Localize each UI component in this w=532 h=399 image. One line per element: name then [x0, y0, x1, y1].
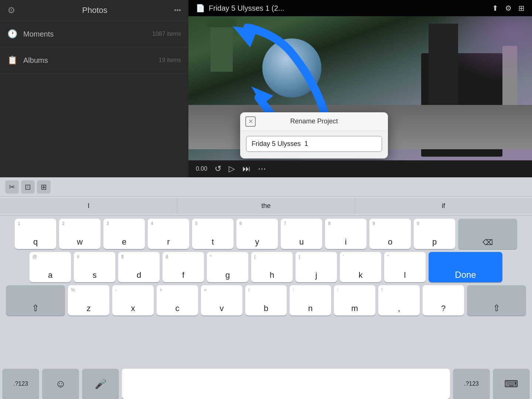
- rename-input-field[interactable]: [246, 136, 382, 152]
- key-x[interactable]: -x: [112, 285, 154, 316]
- key-e[interactable]: 3e: [103, 219, 145, 249]
- sidebar: ⚙ Photos ••• 🕐 Moments 1087 items 📋 Albu…: [0, 0, 188, 177]
- key-n[interactable]: ;n: [290, 285, 331, 316]
- rename-dialog: ✕ Rename Project: [240, 112, 388, 158]
- more-controls-button[interactable]: ⋯: [258, 164, 266, 174]
- skip-button[interactable]: ⏭: [242, 164, 250, 174]
- gear-icon[interactable]: ⚙: [7, 5, 16, 16]
- rename-dialog-title: Rename Project: [290, 117, 338, 125]
- key-row-2: @a #s $d &f *g (h )j 'k "l Done: [2, 252, 530, 282]
- numbers-button-right[interactable]: .?123: [453, 369, 490, 399]
- albums-icon: 📋: [7, 55, 17, 65]
- cut-button[interactable]: ✂: [5, 180, 19, 194]
- keys-container: 1q 2w 3e 4r 5t 6y 7u 8i 9o 0p ⌫ @a #s $d…: [0, 216, 532, 369]
- key-b[interactable]: /b: [245, 285, 287, 316]
- main-content: 📄 Friday 5 Ulysses 1 (2... ⬆ ⚙ ⊞: [188, 0, 532, 177]
- key-u[interactable]: 7u: [281, 219, 322, 249]
- emoji-button[interactable]: ☺: [42, 369, 79, 399]
- key-question[interactable]: ?: [423, 285, 464, 316]
- key-k[interactable]: 'k: [340, 252, 381, 282]
- sidebar-item-albums[interactable]: 📋 Albums 19 items: [0, 47, 188, 74]
- key-comma[interactable]: !,: [378, 285, 420, 316]
- keyboard-hide-button[interactable]: ⌨: [493, 369, 530, 399]
- play-button[interactable]: ▷: [229, 164, 235, 174]
- key-g[interactable]: *g: [207, 252, 248, 282]
- export-button[interactable]: ⬆: [492, 4, 498, 13]
- key-p[interactable]: 0p: [414, 219, 455, 249]
- key-t[interactable]: 5t: [192, 219, 233, 249]
- albums-label: Albums: [23, 56, 159, 65]
- settings-button[interactable]: ⚙: [505, 4, 512, 13]
- key-i[interactable]: 8i: [325, 219, 366, 249]
- video-area: ✕ Rename Project: [188, 16, 532, 160]
- paste-button[interactable]: ⊞: [37, 180, 51, 194]
- key-row-3: ⇧ %z -x +c =v /b ;n :m !, ? ⇧: [2, 285, 530, 316]
- key-r[interactable]: 4r: [148, 219, 189, 249]
- predictive-item-if[interactable]: if: [355, 198, 532, 214]
- key-y[interactable]: 6y: [236, 219, 278, 249]
- moments-icon: 🕐: [7, 29, 17, 39]
- rename-close-button[interactable]: ✕: [245, 116, 256, 127]
- predictive-row: I the if: [0, 197, 532, 216]
- key-m[interactable]: :m: [334, 285, 375, 316]
- shift-right-button[interactable]: ⇧: [467, 285, 526, 316]
- key-q[interactable]: 1q: [15, 219, 56, 249]
- rename-dialog-header: ✕ Rename Project: [240, 112, 388, 131]
- done-button[interactable]: Done: [429, 252, 502, 282]
- svg-marker-2: [251, 86, 273, 105]
- key-c[interactable]: +c: [157, 285, 198, 316]
- key-w[interactable]: 2w: [59, 219, 100, 249]
- keyboard-toolbar: ✂ ⊡ ⊞: [0, 177, 532, 197]
- numbers-button-left[interactable]: .?123: [2, 369, 39, 399]
- video-header: 📄 Friday 5 Ulysses 1 (2... ⬆ ⚙ ⊞: [188, 0, 532, 16]
- key-s[interactable]: #s: [74, 252, 115, 282]
- key-z[interactable]: %z: [68, 285, 109, 316]
- sidebar-item-moments[interactable]: 🕐 Moments 1087 items: [0, 21, 188, 47]
- sidebar-more-icon[interactable]: •••: [174, 7, 181, 14]
- albums-count: 19 items: [159, 57, 181, 64]
- sidebar-title: Photos: [82, 6, 108, 15]
- key-o[interactable]: 9o: [369, 219, 411, 249]
- time-display: 0.00: [196, 166, 207, 172]
- app-area: ⚙ Photos ••• 🕐 Moments 1087 items 📋 Albu…: [0, 0, 532, 177]
- key-a[interactable]: @a: [30, 252, 71, 282]
- rewind-button[interactable]: ↺: [215, 164, 221, 174]
- key-row-1: 1q 2w 3e 4r 5t 6y 7u 8i 9o 0p ⌫: [2, 219, 530, 249]
- video-title: Friday 5 Ulysses 1 (2...: [209, 4, 485, 13]
- key-f[interactable]: &f: [163, 252, 204, 282]
- rename-input-container: [240, 131, 388, 158]
- key-h[interactable]: (h: [251, 252, 293, 282]
- moments-count: 1087 items: [152, 31, 181, 37]
- key-j[interactable]: )j: [296, 252, 337, 282]
- video-controls: 0.00 ↺ ▷ ⏭ ⋯: [188, 160, 532, 177]
- predictive-item-I[interactable]: I: [0, 198, 177, 214]
- bottom-row: .?123 ☺ 🎤 .?123 ⌨: [0, 369, 532, 399]
- delete-button[interactable]: ⌫: [458, 219, 517, 249]
- grid-button[interactable]: ⊞: [518, 4, 525, 13]
- project-icon: 📄: [196, 4, 205, 13]
- predictive-item-the[interactable]: the: [177, 198, 355, 214]
- microphone-button[interactable]: 🎤: [82, 369, 119, 399]
- moments-label: Moments: [23, 30, 152, 38]
- key-v[interactable]: =v: [201, 285, 242, 316]
- keyboard-area: ✂ ⊡ ⊞ I the if 1q 2w 3e 4r 5t 6y 7u 8i 9…: [0, 177, 532, 399]
- key-l[interactable]: "l: [384, 252, 426, 282]
- copy-button[interactable]: ⊡: [21, 180, 35, 194]
- key-d[interactable]: $d: [118, 252, 160, 282]
- space-bar[interactable]: [122, 369, 450, 399]
- shift-left-button[interactable]: ⇧: [6, 285, 65, 316]
- sidebar-header: ⚙ Photos •••: [0, 0, 188, 21]
